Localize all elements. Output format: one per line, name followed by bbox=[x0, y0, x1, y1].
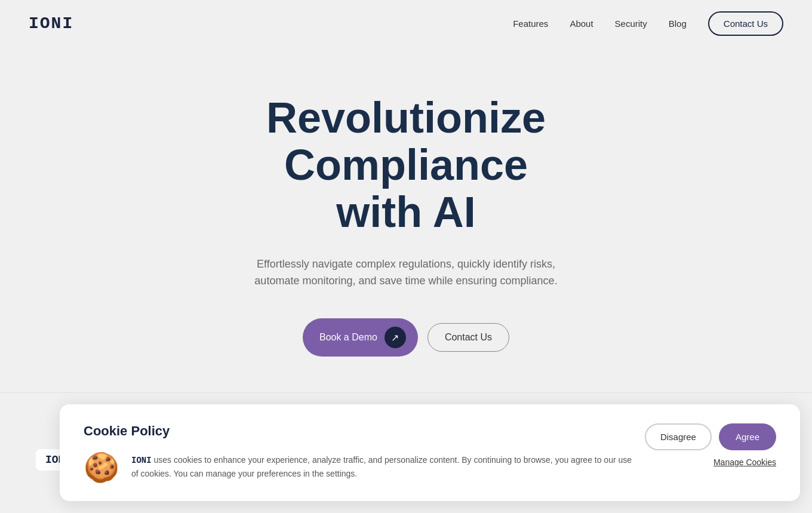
cookie-text: IONI uses cookies to enhance your experi… bbox=[131, 453, 633, 481]
nav-about[interactable]: About bbox=[570, 19, 593, 29]
cookie-actions: Disagree Agree Manage Cookies bbox=[645, 423, 776, 467]
nav-contact-button[interactable]: Contact Us bbox=[708, 11, 783, 36]
hero-section: Revolutionize Compliance with AI Effortl… bbox=[0, 47, 812, 392]
hero-contact-button[interactable]: Contact Us bbox=[427, 323, 509, 352]
manage-cookies-link[interactable]: Manage Cookies bbox=[713, 457, 776, 467]
nav-blog[interactable]: Blog bbox=[669, 19, 687, 29]
navbar: IONI Features About Security Blog Contac… bbox=[0, 0, 812, 47]
hero-title: Revolutionize Compliance with AI bbox=[149, 94, 663, 236]
cookie-banner: Cookie Policy 🍪 IONI uses cookies to enh… bbox=[60, 404, 800, 501]
nav-features[interactable]: Features bbox=[513, 19, 548, 29]
hero-buttons: Book a Demo ↗ Contact Us bbox=[303, 318, 509, 357]
agree-button[interactable]: Agree bbox=[719, 423, 776, 450]
disagree-button[interactable]: Disagree bbox=[645, 423, 712, 450]
hero-subtitle: Effortlessly navigate complex regulation… bbox=[239, 256, 573, 290]
brand-logo[interactable]: IONI bbox=[29, 14, 73, 33]
book-demo-button[interactable]: Book a Demo ↗ bbox=[303, 318, 418, 357]
cookie-title: Cookie Policy bbox=[84, 423, 633, 439]
demo-arrow-icon: ↗ bbox=[385, 327, 406, 348]
cookie-icon: 🍪 bbox=[84, 453, 119, 482]
nav-links: Features About Security Blog Contact Us bbox=[513, 11, 783, 36]
cookie-brand: IONI bbox=[131, 456, 152, 465]
nav-security[interactable]: Security bbox=[615, 19, 647, 29]
cookie-buttons: Disagree Agree bbox=[645, 423, 776, 450]
